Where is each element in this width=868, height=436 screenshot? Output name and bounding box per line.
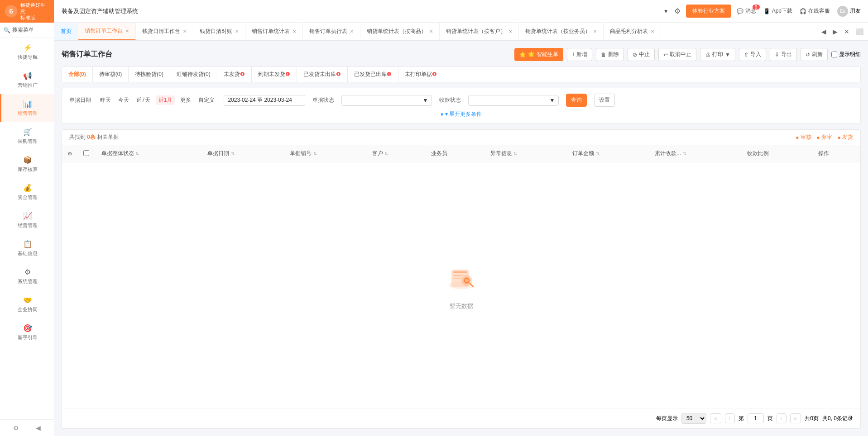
sidebar-nav-item-operations[interactable]: 📈 经营管理 (0, 206, 54, 234)
close-icon[interactable]: ✕ (235, 29, 239, 34)
sidebar-search[interactable]: 🔍 搜索菜单 (0, 23, 54, 38)
status-select[interactable]: ▼ (341, 95, 432, 106)
tab-sales-stats-staff[interactable]: 销货单统计表（按业务员） ✕ (519, 23, 604, 40)
sidebar-nav-item-basic-info[interactable]: 📋 基础信息 (0, 234, 54, 262)
close-icon[interactable]: ✕ (508, 29, 512, 34)
close-icon[interactable]: ✕ (651, 29, 654, 34)
close-icon[interactable]: ✕ (429, 29, 433, 34)
tab-label: 销货单统计表（按客户） (446, 28, 506, 35)
sidebar-nav-item-enterprise[interactable]: 🤝 企业协同 (0, 290, 54, 318)
date-yesterday[interactable]: 昨天 (98, 95, 113, 105)
delete-btn[interactable]: 🗑 删除 (596, 48, 624, 61)
sort-icon[interactable]: ⇅ (231, 151, 235, 156)
tabs-maximize-icon[interactable]: ⬜ (853, 26, 866, 37)
date-today[interactable]: 今天 (116, 95, 131, 105)
sidebar-nav-item-quick-nav[interactable]: ⚡ 快捷导航 (0, 38, 54, 66)
deliver-link[interactable]: ● 发货 (838, 133, 853, 141)
tabs-close-icon[interactable]: ✕ (841, 26, 852, 37)
refresh-btn[interactable]: ↺ 刷新 (801, 48, 828, 61)
close-icon[interactable]: ✕ (293, 29, 296, 34)
prev-page-btn[interactable]: ‹ (725, 413, 735, 423)
col-checkbox[interactable] (78, 145, 96, 162)
import-btn[interactable]: ⇧ 导入 (739, 48, 766, 61)
online-service[interactable]: 🎧 在线客服 (800, 7, 830, 15)
detail-checkbox-label[interactable]: 显示明细 (831, 51, 861, 58)
sidebar-nav-item-purchase[interactable]: 🛒 采购管理 (0, 122, 54, 150)
last-page-btn[interactable]: » (790, 413, 801, 423)
sidebar-nav-item-system[interactable]: ⚙ 系统管理 (0, 262, 54, 290)
app-download[interactable]: 📱 App下载 (763, 7, 792, 15)
cancel-review-link[interactable]: ● 弃审 (817, 133, 832, 141)
close-icon[interactable]: ✕ (183, 29, 187, 34)
tab-sales-stats-customer[interactable]: 销货单统计表（按客户） ✕ (440, 23, 519, 40)
sort-icon[interactable]: ⇅ (384, 151, 388, 156)
sub-tab-pending-inspect[interactable]: 待拣验货(0) (129, 67, 170, 82)
first-page-btn[interactable]: « (710, 413, 721, 423)
tab-sales-stats[interactable]: 销售订单统计表 ✕ (245, 23, 303, 40)
export-btn[interactable]: ⇩ 导出 (770, 48, 797, 61)
select-all-checkbox[interactable] (83, 150, 89, 156)
sub-tab-expired[interactable]: 到期未发货❶ (252, 67, 297, 82)
close-icon[interactable]: ✕ (350, 29, 354, 34)
tab-sales-workbench[interactable]: 销售订单工作台 ✕ (78, 23, 136, 40)
close-icon[interactable]: ✕ (593, 29, 597, 34)
tab-sales-stats-product[interactable]: 销货单统计表（按商品） ✕ (360, 23, 440, 40)
page-input[interactable] (748, 413, 764, 423)
sidebar-item-label: 系统管理 (18, 278, 38, 285)
basic-info-icon: 📋 (23, 240, 32, 248)
sub-tab-pending-review[interactable]: 待审核(0) (93, 67, 129, 82)
cancel-stop-btn[interactable]: ↩ 取消中止 (658, 48, 696, 61)
sub-tab-wangpu[interactable]: 旺铺待发货(0) (170, 67, 217, 82)
tab-product-margin[interactable]: 商品毛利分析表 ✕ (604, 23, 661, 40)
tab-home[interactable]: 首页 (54, 23, 78, 40)
date-7days[interactable]: 近7天 (134, 95, 152, 105)
sidebar-nav-item-inventory[interactable]: 📦 库存核算 (0, 150, 54, 178)
tabs-scroll-left[interactable]: ◀ (819, 26, 829, 37)
sidebar-nav-item-guide[interactable]: 🎯 新手引导 (0, 318, 54, 346)
system-dropdown[interactable]: ▼ (663, 8, 669, 14)
sub-tab-not-printed[interactable]: 未打印单据❶ (398, 67, 443, 82)
date-1month[interactable]: 近1月 (156, 95, 175, 105)
industry-btn[interactable]: 体验行业方案 (686, 5, 731, 18)
user-menu[interactable]: Ea 用友 (837, 6, 861, 17)
sort-icon[interactable]: ⇅ (683, 151, 686, 156)
tab-cash-reconcile[interactable]: 钱货日清对账 ✕ (193, 23, 245, 40)
smart-create-btn[interactable]: ⭐ 🌟 智能生单 (514, 48, 563, 61)
topbar-settings-icon[interactable]: ⚙ (674, 7, 681, 15)
date-custom[interactable]: 自定义 (197, 95, 216, 105)
sort-icon[interactable]: ⇅ (596, 151, 599, 156)
close-icon[interactable]: ✕ (125, 28, 129, 33)
tabs-scroll-right[interactable]: ▶ (830, 26, 840, 37)
enterprise-icon: 🤝 (23, 296, 32, 304)
sub-tab-delivered-not-in[interactable]: 已发货未出库❶ (297, 67, 348, 82)
settings-btn[interactable]: 设置 (594, 94, 615, 107)
date-more[interactable]: 更多 (178, 95, 193, 105)
sidebar-nav-item-finance[interactable]: 💰 资金管理 (0, 178, 54, 206)
detail-checkbox[interactable] (831, 52, 837, 57)
sort-icon[interactable]: ⇅ (313, 151, 317, 156)
sub-tab-all[interactable]: 全部(0) (62, 67, 93, 82)
sidebar-nav-item-marketing[interactable]: 📢 营销推广 (0, 66, 54, 94)
date-range-input[interactable] (224, 95, 305, 106)
sort-icon[interactable]: ⇅ (513, 151, 517, 156)
message-badge[interactable]: 💬 6 消息 (737, 7, 756, 15)
add-btn[interactable]: + 新增 (567, 48, 592, 61)
page-size-select[interactable]: 50 100 200 (681, 413, 706, 424)
stop-btn[interactable]: ⊘ 中止 (628, 48, 655, 61)
collapse-icon[interactable]: ◀ (36, 424, 41, 431)
collect-select[interactable]: ▼ (468, 95, 559, 106)
review-link[interactable]: ● 审核 (796, 133, 811, 141)
query-btn[interactable]: 查询 (566, 94, 587, 107)
sub-tab-delivered-out[interactable]: 已发货已出库❶ (348, 67, 398, 82)
filter-expand-btn[interactable]: ▾ ▾ 展开更多条件 (69, 110, 853, 118)
tab-sales-exec[interactable]: 销售订单执行表 ✕ (303, 23, 360, 40)
col-settings[interactable]: ⚙ (62, 145, 78, 162)
sidebar-nav-item-sales[interactable]: 📊 销售管理 (0, 94, 54, 122)
settings-icon[interactable]: ⚙ (13, 424, 19, 431)
next-page-btn[interactable]: › (777, 413, 786, 423)
tab-cash-daily[interactable]: 钱货日清工作台 ✕ (136, 23, 193, 40)
sub-tab-not-delivered[interactable]: 未发货❶ (217, 67, 252, 82)
print-btn[interactable]: 🖨 打印 ▼ (700, 48, 735, 61)
result-count: 0条 (87, 134, 96, 140)
sort-icon[interactable]: ⇅ (135, 151, 139, 156)
